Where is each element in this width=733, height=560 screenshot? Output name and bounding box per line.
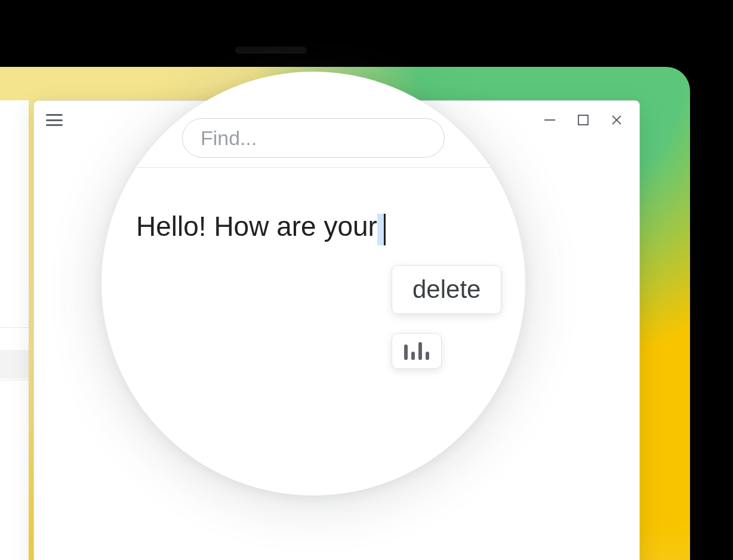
menu-icon[interactable] — [46, 114, 63, 126]
app-sidebar-sliver — [0, 100, 29, 560]
close-button[interactable] — [606, 109, 627, 131]
voice-waveform-icon — [404, 344, 408, 360]
voice-input-button[interactable] — [392, 333, 442, 369]
magnifier-lens: Hello! How are your delete — [101, 72, 525, 496]
svg-rect-0 — [578, 115, 588, 125]
document-text-area[interactable]: Hello! How are your — [136, 210, 501, 243]
text-cursor-selection — [377, 214, 386, 245]
maximize-button[interactable] — [572, 109, 594, 131]
webcam-notch — [235, 47, 307, 54]
voice-command-suggestion[interactable]: delete — [392, 265, 501, 314]
minimize-button[interactable] — [539, 109, 560, 131]
find-input[interactable] — [201, 127, 426, 150]
suggestion-label: delete — [412, 275, 481, 303]
document-text: Hello! How are your — [136, 211, 377, 242]
find-field-container[interactable] — [182, 118, 445, 158]
toolbar-divider — [137, 167, 501, 168]
